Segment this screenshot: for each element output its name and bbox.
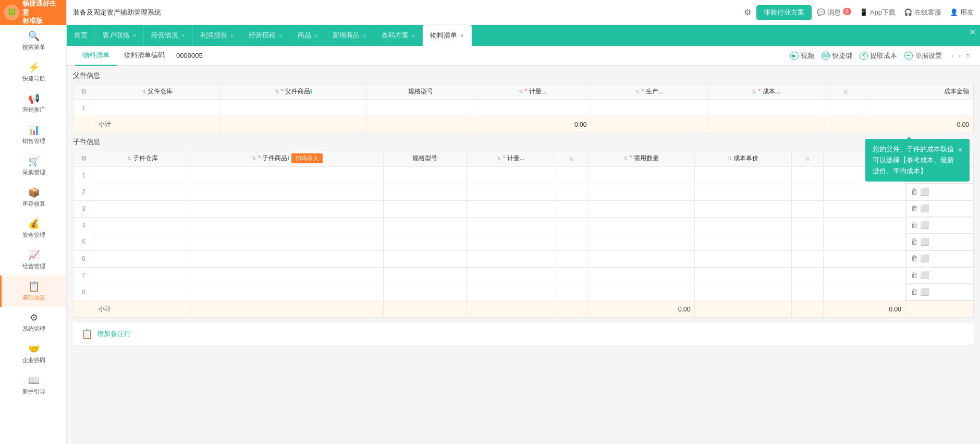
- user-icon: 👤: [950, 8, 958, 16]
- sidebar-nav-item-资金管理[interactable]: 💰资金管理: [0, 213, 66, 244]
- copy-icon[interactable]: ⬜: [920, 254, 929, 263]
- sidebar-nav-item-基础信息[interactable]: 📋基础信息: [0, 275, 66, 307]
- app-download-item[interactable]: 📱 App下载: [860, 8, 896, 17]
- nav-label: 营销推广: [22, 106, 45, 114]
- copy-icon[interactable]: ⬜: [920, 237, 929, 247]
- child-row-5: 5 🗑 ⬜: [74, 234, 974, 250]
- online-service-item[interactable]: 🎧 在线客服: [904, 8, 941, 17]
- parent-th-warehouse: ⇅ 父件仓库: [94, 84, 220, 100]
- child-th-unit: ⇅ * 计量...: [466, 150, 556, 167]
- trial-button[interactable]: 体验行业方案: [756, 5, 812, 20]
- delete-icon[interactable]: 🗑: [911, 187, 918, 197]
- delete-icon[interactable]: 🗑: [911, 237, 918, 247]
- sidebar-nav-item-经营管理[interactable]: 📈经营管理: [0, 244, 66, 275]
- page-body: × 您的父件、子件的成本取值可以选择【参考成本、最新进价、平均成本】 父件信息 …: [67, 66, 980, 444]
- tab-close-icon[interactable]: ×: [314, 32, 317, 39]
- cost-tooltip: × 您的父件、子件的成本取值可以选择【参考成本、最新进价、平均成本】: [865, 139, 970, 182]
- nav-label: 经营管理: [22, 262, 45, 270]
- copy-icon[interactable]: ⬜: [920, 271, 929, 280]
- headset-icon: 🎧: [904, 8, 912, 16]
- sidebar-nav: 🔍搜索菜单⚡快捷导航📢营销推广📊销售管理🛒采购管理📦库存核算💰资金管理📈经营管理…: [0, 25, 66, 401]
- copy-icon[interactable]: ⬜: [920, 204, 929, 213]
- parent-th-cost: ⇅ * 成本...: [708, 84, 825, 100]
- child-th-gear[interactable]: ⚙: [74, 150, 94, 167]
- bill-code-display: 0000005: [176, 52, 203, 59]
- logo-text: 畅捷通好生意 标准版: [22, 0, 62, 26]
- nav-icon: 📢: [28, 93, 40, 104]
- tab-bar: 首页客户联络 ×经营情况 ×利润报告 ×经营历程 ×商品 ×新增商品 ×条码方案…: [67, 25, 980, 46]
- menu-page-btn[interactable]: ≡: [964, 51, 972, 61]
- parent-th-gear[interactable]: ⚙: [74, 84, 94, 100]
- tab-close-icon[interactable]: ×: [181, 32, 185, 39]
- parent-th-amount: 成本金额: [866, 84, 973, 100]
- sidebar-nav-item-新手引导[interactable]: 📖新手引导: [0, 369, 66, 401]
- scan-input-button[interactable]: 扫码录入: [291, 153, 323, 163]
- tab-经营历程[interactable]: 经营历程 ×: [241, 25, 290, 46]
- tab-label: 经营情况: [151, 31, 178, 40]
- tab-条码方案[interactable]: 条码方案 ×: [374, 25, 423, 46]
- hotkey-action[interactable]: ⌨ 快捷键: [822, 51, 852, 61]
- user-label: 用友: [960, 8, 974, 17]
- tab-经营情况[interactable]: 经营情况 ×: [144, 25, 192, 46]
- sidebar-nav-item-搜索菜单[interactable]: 🔍搜索菜单: [0, 25, 66, 56]
- window-close-icon[interactable]: ✕: [965, 25, 980, 39]
- subnav-item-code[interactable]: 物料清单编码: [117, 46, 172, 66]
- child-row-3: 3 🗑 ⬜: [74, 200, 974, 217]
- sidebar-nav-item-快捷导航[interactable]: ⚡快捷导航: [0, 56, 66, 88]
- app-download-label: App下载: [870, 8, 896, 17]
- delete-icon[interactable]: 🗑: [911, 221, 918, 230]
- child-section-title: 子件信息: [73, 137, 974, 147]
- settings-icon[interactable]: ⚙: [744, 7, 751, 17]
- subnav-item-bill[interactable]: 物料清单: [75, 46, 117, 66]
- message-label: 消息: [827, 8, 841, 17]
- child-th-qty: ⇅ * 需用数量: [587, 150, 695, 167]
- add-note-icon[interactable]: 📋: [81, 328, 93, 340]
- prev-page-btn[interactable]: ‹: [949, 51, 956, 61]
- sidebar-nav-item-系统管理[interactable]: ⚙系统管理: [0, 307, 66, 338]
- nav-icon: 💰: [28, 218, 40, 230]
- tab-客户联络[interactable]: 客户联络 ×: [95, 25, 144, 46]
- tab-close-icon[interactable]: ×: [279, 32, 282, 39]
- delete-icon[interactable]: 🗑: [911, 254, 918, 263]
- delete-icon[interactable]: 🗑: [911, 204, 918, 213]
- sidebar-nav-item-营销推广[interactable]: 📢营销推广: [0, 88, 66, 119]
- sidebar-nav-item-销售管理[interactable]: 📊销售管理: [0, 119, 66, 150]
- delete-icon[interactable]: 🗑: [911, 271, 918, 280]
- nav-label: 搜索菜单: [22, 43, 45, 51]
- add-note-label[interactable]: 增加备注行: [97, 329, 131, 339]
- parent-table: ⚙ ⇅ 父件仓库 ⇅ * 父件商品ℹ 规格型号 ⇅ * 计量... ⇅ * 生产…: [73, 83, 974, 133]
- tab-close-icon[interactable]: ×: [230, 32, 234, 39]
- tab-close-icon[interactable]: ×: [412, 32, 415, 39]
- sidebar-nav-item-库存核算[interactable]: 📦库存核算: [0, 182, 66, 213]
- tab-首页[interactable]: 首页: [67, 25, 95, 46]
- nav-icon: 📊: [28, 124, 40, 136]
- copy-icon[interactable]: ⬜: [920, 287, 929, 297]
- user-item[interactable]: 👤 用友: [950, 8, 974, 17]
- copy-icon[interactable]: ⬜: [920, 221, 929, 230]
- video-action[interactable]: ▶ 视频: [790, 51, 814, 61]
- copy-icon[interactable]: ⬜: [920, 187, 929, 197]
- child-th-extra: ⇅: [556, 150, 587, 167]
- parent-section-title: 父件信息: [73, 71, 974, 80]
- nav-icon: 📈: [28, 249, 40, 261]
- tab-close-icon[interactable]: ×: [460, 32, 463, 39]
- bill-settings-action[interactable]: ☰ 单据设置: [904, 51, 942, 61]
- tooltip-close-btn[interactable]: ×: [958, 144, 962, 155]
- parent-th-product: ⇅ * 父件商品ℹ: [220, 84, 366, 100]
- tab-物料清单[interactable]: 物料清单 ×: [423, 25, 471, 46]
- tab-新增商品[interactable]: 新增商品 ×: [325, 25, 374, 46]
- child-th-extra2: ⇅: [792, 150, 824, 167]
- delete-icon[interactable]: 🗑: [911, 287, 918, 297]
- sidebar-nav-item-企业协同[interactable]: 🤝企业协同: [0, 338, 66, 369]
- tab-利润报告[interactable]: 利润报告 ×: [193, 25, 241, 46]
- extract-cost-action[interactable]: ₹ 提取成本: [860, 51, 897, 61]
- next-page-btn[interactable]: ›: [957, 51, 963, 61]
- subnav-right-actions: ▶ 视频 ⌨ 快捷键 ₹ 提取成本 ☰ 单据设置 ‹ › ≡: [790, 51, 972, 61]
- tab-label: 客户联络: [103, 31, 130, 40]
- sidebar-nav-item-采购管理[interactable]: 🛒采购管理: [0, 150, 66, 182]
- tab-close-icon[interactable]: ×: [363, 32, 366, 39]
- tab-商品[interactable]: 商品 ×: [290, 25, 325, 46]
- parent-th-spec: 规格型号: [367, 84, 474, 100]
- tab-close-icon[interactable]: ×: [133, 32, 136, 39]
- message-item[interactable]: 💬 消息 6: [817, 8, 851, 17]
